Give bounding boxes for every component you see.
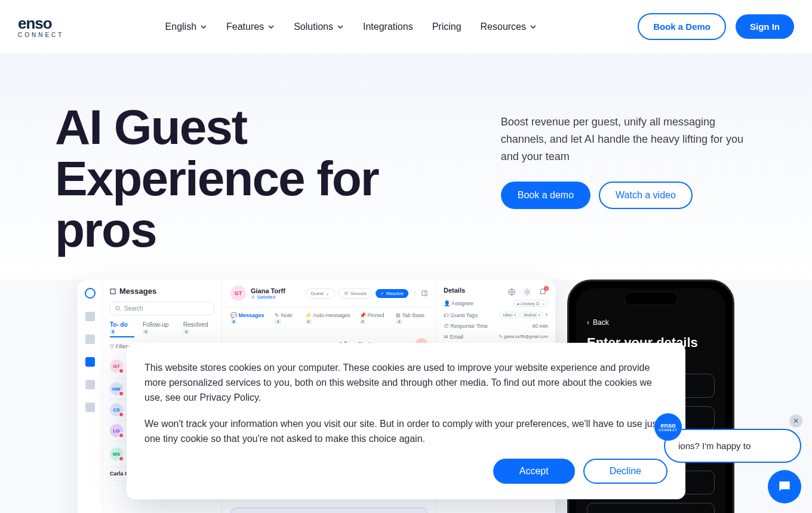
bell-icon[interactable]: 1 [539,288,547,296]
nav-resources-label: Resources [481,21,526,32]
conversation-avatar: GT [110,360,123,373]
book-demo-hero-button[interactable]: Book a demo [501,182,590,209]
nav-pricing-label: Pricing [432,21,462,32]
nav-resources[interactable]: Resources [481,21,537,32]
phone-back-button[interactable]: ‹ Back [587,318,715,327]
panel-icon [110,288,116,294]
add-tag-button[interactable]: + [545,312,548,318]
guest-satisfaction-badge: ☺ Satisfied [251,294,285,300]
nav-english-label: English [165,21,196,32]
snooze-button[interactable]: ⏱ Snooze [339,288,372,299]
sidebar-briefcase-icon[interactable] [85,403,95,412]
watch-video-button[interactable]: Watch a video [599,182,693,209]
cookie-consent-modal: This website stores cookies on your comp… [127,343,685,499]
sidebar-home-icon[interactable] [85,334,95,344]
svg-point-3 [116,306,119,310]
thread-tabs: 💬 Messages 4 ✎ Note 4 ⚡ Auto-messages 4 … [222,308,436,330]
nav-integrations[interactable]: Integrations [363,21,413,32]
chat-close-button[interactable]: ✕ [789,414,802,428]
email-value[interactable]: ✎ giana.torff9@gmail.com [499,334,548,339]
phone-notch [624,292,678,305]
conversation-avatar: HW [110,382,123,395]
hero-actions: Book a demo Watch a video [501,182,757,209]
conversation-avatar: LG [110,424,123,437]
search-input[interactable]: Search [110,302,214,315]
cookie-accept-button[interactable]: Accept [493,459,575,484]
chat-bubble[interactable]: enso CONNECT ✕ ions? I'm happy to [664,429,801,463]
tab-resolved[interactable]: Resolved 4 [183,321,214,337]
thread-tab-messages[interactable]: 💬 Messages 4 [230,312,266,324]
close-icon: ✕ [793,417,799,425]
sidebar-users-icon[interactable] [85,380,95,389]
detail-assignee-row: 👤 Assignee ● Lindsey D. ⌄ [444,300,548,307]
thread-header: GT Giana Torff ☺ Satisfied Guest ⌄ ⏱ Sno… [222,279,436,308]
dashboard-top-icons: 1 [508,288,547,296]
compose-box[interactable]: Draft a friendly email to John Doe with … [230,508,427,513]
chat-text: ions? I'm happy to [678,441,751,451]
guest-dropdown[interactable]: Guest ⌄ [306,288,335,299]
main-nav: English Features Solutions Integrations … [165,21,537,32]
status-dot-icon [118,432,124,438]
chat-widget: enso CONNECT ✕ ions? I'm happy to [664,429,801,503]
guest-name: Giana Torff [251,287,285,294]
tags-label: 🏷 Guest Tags [444,312,478,318]
svg-point-1 [526,291,528,293]
conversation-avatar: CS [110,403,123,416]
response-value: 40 min [532,323,548,329]
thread-tab-pinned[interactable]: 📌 Pinned 4 [359,312,387,324]
cookie-text-1: This website stores cookies on your comp… [144,361,668,405]
tab-todo[interactable]: To- do 9 [110,321,134,337]
hero-section: AI Guest Experience for pros Boost reven… [0,54,812,279]
nav-pricing[interactable]: Pricing [432,21,462,32]
panel-toggle-icon[interactable] [422,290,427,296]
more-icon[interactable]: ⋮ [412,290,418,297]
details-title: Details [444,287,465,294]
assignee-value[interactable]: ● Lindsey D. ⌄ [514,300,548,307]
brand-name-top: enso [18,16,64,31]
book-demo-header-button[interactable]: Book a Demo [638,13,726,40]
chat-fab-button[interactable] [768,470,801,503]
chat-icon [777,479,792,494]
detail-email-row: ✉ Email ✎ giana.torff9@gmail.com [444,334,548,340]
dashboard-sidebar [78,279,103,513]
svg-rect-2 [110,289,115,294]
globe-icon[interactable] [508,288,516,296]
hero-left: AI Guest Experience for pros [55,102,465,256]
cookie-decline-button[interactable]: Decline [583,459,668,484]
status-dot-icon [118,391,124,397]
resolve-button[interactable]: ✓ Resolve [376,289,408,298]
guest-tag[interactable]: Hiker × [500,312,519,318]
guest-tag[interactable]: Mother × [521,312,543,318]
nav-features[interactable]: Features [226,21,275,32]
thread-tab-auto[interactable]: ⚡ Auto-messages 4 [305,312,351,324]
thread-tab-note[interactable]: ✎ Note 4 [275,312,297,324]
nav-english[interactable]: English [165,21,207,32]
app-logo-icon[interactable] [85,288,96,299]
response-label: ⏱ Response Time [444,323,488,329]
nav-integrations-label: Integrations [363,21,413,32]
conversation-avatar: MS [110,447,123,460]
phone-back-label: Back [593,318,609,327]
brand-logo[interactable]: enso CONNECT [18,16,64,38]
sidebar-inbox-icon[interactable] [85,357,95,367]
tab-followup[interactable]: Follow-up 4 [143,321,175,337]
thread-tab-tabbase[interactable]: ⊞ Tab Base 4 [396,312,427,324]
conversation-tabs: To- do 9 Follow-up 4 Resolved 4 [110,321,214,337]
phone-field-5[interactable] [587,503,715,513]
search-placeholder: Search [124,305,143,312]
gear-icon[interactable] [523,288,531,296]
email-label: ✉ Email [444,334,463,340]
cookie-actions: Accept Decline [144,459,668,484]
status-dot-icon [118,368,124,374]
nav-solutions[interactable]: Solutions [294,21,344,32]
messages-panel-title: Messages [119,287,156,296]
sidebar-dashboard-icon[interactable] [85,312,95,321]
cookie-text-2: We won't track your information when you… [144,417,668,447]
hero-title: AI Guest Experience for pros [55,102,465,256]
header-actions: Book a Demo Sign In [638,13,794,40]
svg-rect-4 [422,291,427,296]
hero-right: Boost revenue per guest, unify all messa… [501,102,757,209]
brand-name-bottom: CONNECT [18,32,64,38]
sign-in-button[interactable]: Sign In [736,14,794,39]
hero-subtitle: Boost revenue per guest, unify all messa… [501,113,757,165]
